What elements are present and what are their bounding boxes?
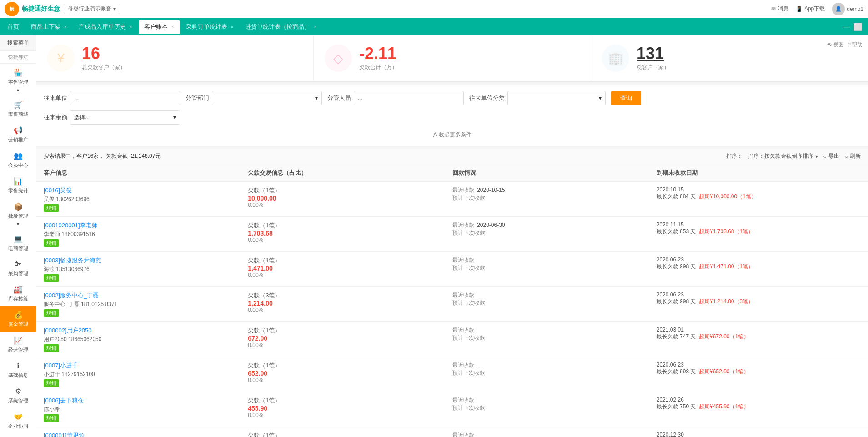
sidebar-item-label: 系统管理 [8, 397, 28, 404]
overdue-text[interactable]: 超期¥1,471.00（1笔） [699, 263, 753, 270]
sidebar-item-retail-mall[interactable]: 🛒 零售商城 [0, 96, 36, 121]
sidebar-item-ecommerce[interactable]: 💻 电商管理 [0, 230, 36, 256]
collapse-label: 收起更多条件 [439, 131, 472, 138]
overdue-text[interactable]: 超期¥10,000.00（1笔） [699, 193, 757, 200]
query-button[interactable]: 查询 [611, 91, 641, 105]
col-customer-info: 客户信息 [44, 169, 248, 177]
ecommerce-icon: 💻 [14, 235, 23, 243]
close-icon[interactable]: × [171, 25, 174, 30]
store-selector[interactable]: 母婴行业演示账套 ▾ [64, 4, 120, 14]
table-row: [0007]小进千 小进千 18279152100 现销 欠款（1笔） 652.… [36, 357, 868, 392]
customer-name[interactable]: [0016]吴俊 [44, 186, 248, 195]
filter-balance-select[interactable]: 选择... ▾ [70, 110, 180, 125]
filter-category-select[interactable]: ▾ [507, 91, 606, 105]
filter-dept-select[interactable]: ▾ [212, 91, 322, 105]
sidebar-item-collaboration[interactable]: 🤝 企业协同 [0, 408, 36, 433]
filter-unit-input[interactable]: ... [70, 91, 180, 105]
customer-name[interactable]: [000001]黄思源 [44, 432, 248, 437]
close-icon[interactable]: × [130, 25, 132, 30]
next-label: 预计下次收款 [452, 334, 657, 342]
sidebar-item-basic-info[interactable]: ℹ 基础信息 [0, 357, 36, 382]
sidebar-item-member[interactable]: 👥 会员中心 [0, 147, 36, 172]
sidebar-item-finance[interactable]: 💰 资金管理 [0, 306, 36, 332]
filter-person-input[interactable]: ... [354, 91, 464, 105]
latest-label: 最近收款 2020-06-30 [452, 221, 657, 229]
tab-purchase-label: 采购订单统计表 [186, 23, 227, 31]
customer-phone: 服务中心_丁磊 181 0125 8371 [44, 301, 248, 308]
debt-amount[interactable]: 455.90 [248, 405, 452, 412]
sidebar-item-business[interactable]: 📈 经营管理 [0, 332, 36, 357]
debt-amount[interactable]: 10,000.00 [248, 195, 452, 202]
tab-home[interactable]: 首页 [2, 20, 25, 34]
customer-info-cell: [0006]去下粮仓 陈小希 现销 [44, 397, 248, 422]
help-btn[interactable]: ? 帮助 [848, 41, 863, 49]
sidebar-item-inventory[interactable]: 🏭 库存核算 [0, 281, 36, 306]
latest-label: 最近收款 [452, 256, 657, 264]
overdue-text[interactable]: 超期¥1,703.68（1笔） [699, 228, 753, 235]
close-icon[interactable]: × [231, 25, 234, 30]
sidebar-quick-nav[interactable]: 快捷导航 [0, 51, 36, 64]
sidebar-item-purchase[interactable]: 🛍 采购管理 [0, 256, 36, 281]
message-btn[interactable]: ✉ 消息 [771, 5, 788, 13]
user-avatar[interactable]: 👤 demo2 [832, 3, 863, 15]
tab-stock[interactable]: 进货单统计表（按商品） × [240, 20, 322, 34]
customer-name[interactable]: [0002]服务中心_丁磊 [44, 291, 248, 300]
total-customers-icon: 🏢 [602, 45, 629, 72]
debt-amount[interactable]: 672.00 [248, 335, 452, 342]
customer-name[interactable]: [0006]去下粮仓 [44, 397, 248, 405]
sidebar-item-wholesale[interactable]: 📦 批发管理 ▼ [0, 198, 36, 230]
tab-customer-account[interactable]: 客户账本 × [139, 20, 180, 34]
sidebar-item-newbie[interactable]: 🌟 新手引导 [0, 433, 36, 437]
results-amount: 欠款金额 -21,148.07元 [106, 153, 161, 159]
customer-name[interactable]: [0007]小进千 [44, 362, 248, 370]
overdue-text[interactable]: 超期¥652.00（1笔） [699, 368, 749, 375]
customer-tag: 现销 [44, 309, 59, 317]
sidebar-item-label: 企业协同 [8, 423, 28, 430]
customer-name[interactable]: [0003]畅捷服务尹海燕 [44, 256, 248, 265]
sidebar-item-marketing[interactable]: 📢 营销推广 [0, 121, 36, 147]
minimize-icon[interactable]: — [843, 23, 850, 31]
maximize-icon[interactable]: ⬜ [853, 23, 863, 31]
sidebar-search-menu[interactable]: 搜索菜单 [0, 35, 36, 51]
filter-dots: ... [74, 95, 79, 101]
sidebar-item-system[interactable]: ⚙ 系统管理 [0, 382, 36, 408]
sidebar-item-label: 零售统计 [8, 187, 28, 194]
debt-amount[interactable]: 1,703.68 [248, 230, 452, 237]
export-btn[interactable]: ○ 导出 [823, 152, 839, 160]
overdue-text[interactable]: 超期¥1,214.00（3笔） [699, 298, 753, 305]
customer-name[interactable]: [000002]用户2050 [44, 326, 248, 335]
sort-value: 排序：按欠款金额倒序排序 [748, 152, 813, 160]
customer-name[interactable]: [0001020001]李老师 [44, 221, 248, 230]
tab-products[interactable]: 商品上下架 × [25, 20, 72, 34]
latest-label: 最近收款 2020-10-15 [452, 186, 657, 194]
debt-percent: 0.00% [248, 237, 452, 243]
due-date-cell: 2020.12.30 最长欠款 808 天 超期¥429.00（1笔） [657, 432, 861, 437]
debt-amount[interactable]: 1,471.00 [248, 265, 452, 272]
sidebar-item-retail-stats[interactable]: 📊 零售统计 [0, 172, 36, 198]
next-label: 预计下次收款 [452, 299, 657, 307]
close-icon[interactable]: × [314, 25, 316, 30]
latest-label: 最近收款 [452, 362, 657, 369]
tab-purchase[interactable]: 采购订单统计表 × [181, 20, 239, 34]
refresh-btn[interactable]: ○ 刷新 [845, 152, 861, 160]
debt-amount[interactable]: 652.00 [248, 370, 452, 377]
due-date: 2021.02.26 [657, 397, 861, 403]
collapse-row[interactable]: ⋀ 收起更多条件 [44, 129, 861, 141]
overdue-text[interactable]: 超期¥455.90（1笔） [699, 403, 749, 410]
logo-icon: 畅 [5, 2, 19, 16]
stat-info-debt: -2.11 欠款合计（万） [359, 45, 397, 71]
view-btn[interactable]: 👁 视图 [827, 41, 844, 49]
table-row: [000001]黄思源 黄思源 13552700226 现销 欠款（1笔） 42… [36, 427, 868, 437]
filter-person: 分管人员 ... [327, 91, 464, 105]
debt-amount[interactable]: 1,214.00 [248, 300, 452, 307]
recovery-cell: 最近收款 2020-06-30 预计下次收款 [452, 221, 657, 237]
tab-production[interactable]: 产成品入库单历史 × [73, 20, 138, 34]
debt-info-cell: 欠款（3笔） 1,214.00 0.00% [248, 291, 452, 313]
customer-info-cell: [0001020001]李老师 李老师 18600391516 现销 [44, 221, 248, 247]
app-download-btn[interactable]: 📱 App下载 [796, 5, 825, 13]
sort-selector[interactable]: 排序：按欠款金额倒序排序 ▾ [748, 152, 818, 160]
overdue-text[interactable]: 超期¥672.00（1笔） [699, 333, 749, 340]
sidebar-item-retail-management[interactable]: 🏪 零售管理 ▲ [0, 64, 36, 96]
close-icon[interactable]: × [64, 25, 67, 30]
customer-phone: 用户2050 18665062050 [44, 336, 248, 343]
